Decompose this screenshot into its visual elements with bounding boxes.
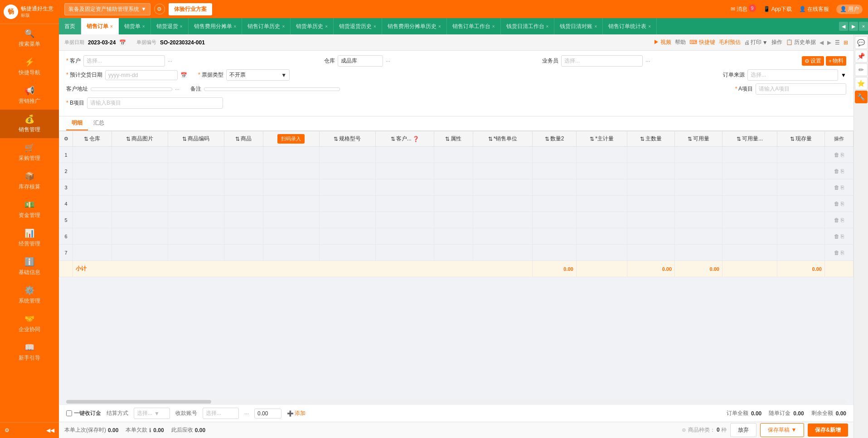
row-1-copy-icon[interactable]: ⎘ — [841, 152, 844, 158]
tab-invoice-history[interactable]: 销货单历史 × — [291, 18, 334, 34]
row-6-attr[interactable] — [434, 228, 473, 245]
row-1-attr[interactable] — [434, 147, 473, 163]
col-stock[interactable]: ⇅ 现存量 — [777, 131, 825, 147]
sidebar-item-sales[interactable]: 💰 销售管理 — [0, 110, 59, 138]
row-5-main-qty[interactable] — [627, 212, 675, 228]
col-qty2[interactable]: ⇅ 数量2 — [533, 131, 576, 147]
row-3-stock[interactable] — [777, 179, 825, 196]
row-2-actions[interactable]: 🗑 ⎘ — [824, 163, 853, 179]
tab-close-icon[interactable]: × — [142, 24, 145, 29]
row-4-image[interactable] — [112, 196, 168, 212]
right-panel-star-icon[interactable]: ⭐ — [855, 77, 868, 90]
row-7-scan[interactable] — [263, 245, 319, 261]
save-draft-button[interactable]: 保存草稿 ▼ — [760, 423, 804, 437]
row-6-actions[interactable]: 🗑 ⎘ — [824, 228, 853, 245]
row-5-available2[interactable] — [722, 212, 777, 228]
row-4-main-unit[interactable] — [576, 196, 627, 212]
tab-close-icon[interactable]: × — [594, 24, 597, 29]
row-7-spec[interactable] — [319, 245, 375, 261]
row-1-spec[interactable] — [319, 147, 375, 163]
tab-close-icon[interactable]: × — [180, 24, 183, 29]
add-material-btn[interactable]: + 物料 — [826, 56, 846, 66]
nav-close-arrow[interactable]: × — [859, 22, 868, 31]
tab-close-icon[interactable]: × — [325, 24, 328, 29]
save-draft-dropdown[interactable]: ▼ — [791, 427, 796, 433]
invoice-select[interactable]: 不开票 ▼ — [226, 69, 290, 81]
row-5-scan[interactable] — [263, 212, 319, 228]
shortcut-btn[interactable]: ⌨ 快捷键 — [689, 39, 715, 46]
row-4-main-qty[interactable] — [627, 196, 675, 212]
online-service-link[interactable]: 👤 在线客服 — [799, 5, 829, 13]
row-7-actions[interactable]: 🗑 ⎘ — [824, 245, 853, 261]
row-3-copy-icon[interactable]: ⎘ — [841, 184, 844, 191]
row-1-scan[interactable] — [263, 147, 319, 163]
help-btn[interactable]: 帮助 — [675, 39, 686, 46]
row-6-qty2[interactable] — [533, 228, 576, 245]
tab-sales-stats[interactable]: 销售订单统计表 × — [603, 18, 657, 34]
delivery-calendar-icon[interactable]: 📅 — [180, 72, 187, 78]
row-3-qty2[interactable] — [533, 179, 576, 196]
row-5-customer-code[interactable] — [376, 212, 434, 228]
row-3-warehouse[interactable] — [73, 179, 112, 196]
row-6-available[interactable] — [675, 228, 723, 245]
print-btn[interactable]: 🖨 打印 ▼ — [744, 39, 768, 46]
warehouse-more-icon[interactable]: ··· — [386, 58, 390, 64]
row-6-main-qty[interactable] — [627, 228, 675, 245]
tab-return-history[interactable]: 销货退货历史 × — [334, 18, 382, 34]
row-5-spec[interactable] — [319, 212, 375, 228]
account-more-icon[interactable]: ··· — [244, 410, 249, 417]
row-1-customer-code[interactable] — [376, 147, 434, 163]
row-6-stock[interactable] — [777, 228, 825, 245]
row-2-unit[interactable] — [473, 163, 533, 179]
row-1-actions[interactable]: 🗑 ⎘ — [824, 147, 853, 163]
tab-sales-invoice[interactable]: 销货单 × — [119, 18, 151, 34]
row-4-scan[interactable] — [263, 196, 319, 212]
row-4-attr[interactable] — [434, 196, 473, 212]
row-2-available[interactable] — [675, 163, 723, 179]
row-7-attr[interactable] — [434, 245, 473, 261]
tab-home[interactable]: 首页 — [59, 18, 81, 34]
row-3-code[interactable] — [168, 179, 224, 196]
row-7-code[interactable] — [168, 245, 224, 261]
row-6-main-unit[interactable] — [576, 228, 627, 245]
row-6-spec[interactable] — [319, 228, 375, 245]
col-image[interactable]: ⇅ 商品图片 — [112, 131, 168, 147]
row-6-unit[interactable] — [473, 228, 533, 245]
right-panel-message-icon[interactable]: 💬 — [855, 36, 868, 49]
row-5-available[interactable] — [675, 212, 723, 228]
row-3-product[interactable] — [224, 179, 263, 196]
tab-close-icon[interactable]: × — [234, 24, 237, 29]
tab-close-icon[interactable]: × — [110, 24, 113, 29]
row-1-code[interactable] — [168, 147, 224, 163]
row-1-main-unit[interactable] — [576, 147, 627, 163]
profit-btn[interactable]: 毛利预估 — [719, 39, 741, 46]
row-1-warehouse[interactable] — [73, 147, 112, 163]
row-4-spec[interactable] — [319, 196, 375, 212]
horizontal-scrollbar[interactable] — [66, 400, 846, 404]
row-2-delete-icon[interactable]: 🗑 — [834, 168, 839, 174]
save-new-button[interactable]: 保存&新增 — [808, 424, 848, 437]
row-6-product[interactable] — [224, 228, 263, 245]
row-4-qty2[interactable] — [533, 196, 576, 212]
row-7-copy-icon[interactable]: ⎘ — [841, 250, 844, 256]
row-5-delete-icon[interactable]: 🗑 — [834, 217, 839, 223]
row-2-qty2[interactable] — [533, 163, 576, 179]
col-unit[interactable]: ⇅ *销售单位 — [473, 131, 533, 147]
col-available[interactable]: ⇅ 可用量 — [675, 131, 723, 147]
sidebar-item-inventory[interactable]: 📦 库存核算 — [0, 167, 59, 195]
sidebar-item-marketing[interactable]: 📢 营销推广 — [0, 81, 59, 110]
row-3-unit[interactable] — [473, 179, 533, 196]
tab-summary[interactable]: 汇总 — [88, 116, 110, 130]
tab-detail[interactable]: 明细 — [66, 116, 88, 130]
col-attr[interactable]: ⇅ 属性 — [434, 131, 473, 147]
row-2-scan[interactable] — [263, 163, 319, 179]
solution-button[interactable]: 体验行业方案 — [169, 3, 212, 15]
row-2-spec[interactable] — [319, 163, 375, 179]
row-2-code[interactable] — [168, 163, 224, 179]
row-6-available2[interactable] — [722, 228, 777, 245]
row-3-available[interactable] — [675, 179, 723, 196]
calendar-icon[interactable]: 📅 — [119, 39, 126, 46]
sidebar-item-search[interactable]: 🔍 搜索菜单 — [0, 24, 59, 53]
row-2-image[interactable] — [112, 163, 168, 179]
row-5-qty2[interactable] — [533, 212, 576, 228]
